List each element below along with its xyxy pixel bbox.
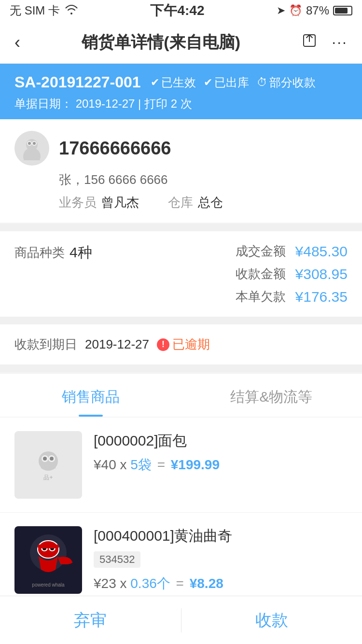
product-name-1: [0000002]面包 [94,431,348,451]
warehouse-label: 仓库 [168,194,193,211]
tab-settlement[interactable]: 结算&物流等 [181,374,362,417]
overdue-icon: ! [157,338,169,351]
clock-icon: ⏱ [257,76,267,89]
status-left: 无 SIM 卡 [10,3,78,18]
product-image-1: 品+ [14,431,82,499]
order-banner: SA-20191227-001 ✔ 已生效 ✔ 已出库 ⏱ 部分收款 单据日期：… [0,64,362,119]
carrier-label: 无 SIM 卡 [10,3,60,18]
alarm-icon: ⏰ [289,4,302,17]
sales-meta: 业务员 曾凡杰 [59,194,139,211]
tab-sales-products[interactable]: 销售商品 [0,374,181,417]
status-shipped: ✔ 已出库 [204,75,249,90]
battery-icon [333,6,352,15]
product-price-2: ¥23 x 0.36个 = ¥8.28 [94,574,348,593]
price-total-2: ¥8.28 [190,576,223,591]
type-count: 4种 [70,243,92,263]
debt-amount-row: 本单欠款 ¥176.35 [236,288,348,305]
svg-point-5 [28,142,31,145]
date-label: 单据日期： [14,97,72,110]
print-info: | 打印 2 次 [138,97,192,110]
products-section: 品+ [0000002]面包 ¥40 x 5袋 = ¥199.99 [0,418,362,608]
deal-amount-row: 成交金额 ¥485.30 [236,243,348,260]
cancel-button[interactable]: 弃审 [0,609,181,631]
location-icon: ➤ [277,4,285,17]
svg-point-2 [23,148,41,160]
due-date-value: 2019-12-27 [85,337,149,352]
order-id: SA-20191227-001 [14,73,141,91]
product-type-count: 商品种类 4种 [14,243,92,263]
product-info-1: [0000002]面包 ¥40 x 5袋 = ¥199.99 [94,431,348,474]
svg-rect-21 [38,545,59,548]
customer-name-phone: 张，156 6666 6666 [14,171,348,188]
stats-left: 商品种类 4种 [14,243,92,263]
product-image-2: powered whala [14,526,82,594]
product-item: 品+ [0000002]面包 ¥40 x 5袋 = ¥199.99 [0,418,362,513]
customer-top: 17666666666 [14,131,348,166]
status-bar: 无 SIM 卡 下午4:42 ➤ ⏰ 87% [0,0,362,21]
svg-point-10 [43,457,47,461]
overdue-text: 已逾期 [172,336,210,353]
warehouse-value: 总仓 [198,194,223,211]
share-button[interactable] [302,33,317,52]
nav-actions: ··· [302,33,348,52]
type-label: 商品种类 [14,244,65,261]
stats-right: 成交金额 ¥485.30 收款金额 ¥308.95 本单欠款 ¥176.35 [236,243,348,305]
svg-point-6 [33,142,36,145]
banner-date-row: 单据日期： 2019-12-27 | 打印 2 次 [14,96,348,112]
check-icon-1: ✔ [151,76,159,89]
deal-amount: ¥485.30 [295,243,348,260]
collect-amount-row: 收款金额 ¥308.95 [236,266,348,282]
price-qty-1: 5袋 [130,457,152,472]
divider-1 [0,224,362,231]
collect-button[interactable]: 收款 [181,609,362,631]
due-date-label: 收款到期日 [14,336,77,353]
status-effective: ✔ 已生效 [151,75,196,90]
product-name-2: [000400001]黄油曲奇 [94,526,348,546]
price-total-1: ¥199.99 [171,457,220,472]
customer-phone: 17666666666 [59,138,171,159]
product-info-2: [000400001]黄油曲奇 534532 ¥23 x 0.36个 = ¥8.… [94,526,348,593]
page-title: 销货单详情(来自电脑) [82,31,240,54]
warehouse-meta: 仓库 总仓 [168,194,223,211]
tabs-section: 销售商品 结算&物流等 [0,373,362,417]
battery-label: 87% [306,4,329,17]
product-price-1: ¥40 x 5袋 = ¥199.99 [94,456,348,474]
order-date: 2019-12-27 [76,97,135,110]
wifi-icon [65,4,78,17]
status-badges: ✔ 已生效 ✔ 已出库 ⏱ 部分收款 [151,75,316,90]
divider-3 [0,364,362,372]
bottom-bar: 弃审 收款 [0,596,362,644]
avatar [14,131,49,166]
product-tag-2: 534532 [94,551,140,568]
status-right: ➤ ⏰ 87% [277,4,352,17]
debt-label: 本单欠款 [236,288,286,305]
svg-text:powered whala: powered whala [32,582,65,588]
svg-point-11 [50,457,54,461]
collect-amount: ¥308.95 [295,266,348,282]
collect-label: 收款金额 [236,266,286,282]
product-item-2: powered whala [000400001]黄油曲奇 534532 ¥23… [0,513,362,608]
status-partial: ⏱ 部分收款 [257,75,316,90]
customer-meta: 业务员 曾凡杰 仓库 总仓 [14,194,348,211]
deal-label: 成交金额 [236,243,286,260]
nav-bar: ‹ 销货单详情(来自电脑) ··· [0,21,362,64]
tab-underline [79,415,103,417]
stats-section: 商品种类 4种 成交金额 ¥485.30 收款金额 ¥308.95 本单欠款 ¥… [0,231,362,317]
divider-2 [0,317,362,324]
banner-row1: SA-20191227-001 ✔ 已生效 ✔ 已出库 ⏱ 部分收款 [14,73,348,91]
customer-section: 17666666666 张，156 6666 6666 业务员 曾凡杰 仓库 总… [0,119,362,223]
sales-label: 业务员 [59,194,97,211]
overdue-badge: ! 已逾期 [157,336,210,353]
check-icon-2: ✔ [204,76,212,89]
sales-value: 曾凡杰 [101,194,139,211]
time-label: 下午4:42 [150,1,204,20]
due-section: 收款到期日 2019-12-27 ! 已逾期 [0,324,362,364]
back-button[interactable]: ‹ [14,32,20,53]
debt-amount: ¥176.35 [295,289,348,305]
more-button[interactable]: ··· [332,33,348,51]
price-qty-2: 0.36个 [130,576,170,591]
svg-text:品+: 品+ [43,474,53,481]
